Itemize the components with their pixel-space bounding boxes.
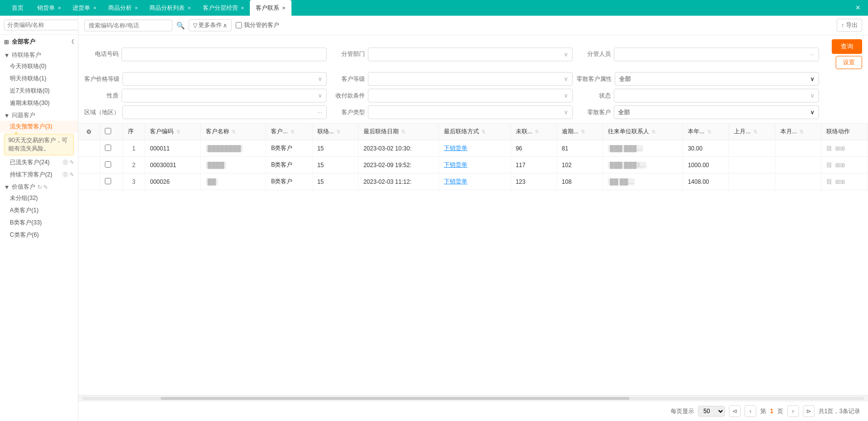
phone-input[interactable] (121, 48, 327, 61)
query-button[interactable]: 查询 (832, 39, 862, 54)
refresh-icon[interactable]: ↻ (37, 184, 42, 191)
last-page-button[interactable]: ⊳ (803, 405, 815, 417)
sidebar-item-tomorrow-contact[interactable]: 明天待联络(1) (0, 73, 78, 85)
prev-page-button[interactable]: ‹ (745, 405, 756, 417)
group-pending-contact[interactable]: ▼ 待联络客户 (0, 49, 78, 60)
action-grid-icon[interactable]: ⊞⊞ (835, 162, 845, 169)
sidebar-search-input[interactable] (4, 20, 78, 30)
nav-tab-analysis[interactable]: 商品分析 × (102, 0, 144, 16)
analysis-tab-close[interactable]: × (135, 5, 138, 11)
sales-tab-close[interactable]: × (58, 5, 61, 11)
contact2-column-header[interactable]: 往来单位联系人 ⇅ (603, 124, 683, 140)
price-level-select[interactable]: ∨ (122, 72, 327, 86)
customer-level-field: 客户等级 ∨ (331, 72, 573, 86)
edit-icon[interactable]: ✎ (43, 184, 48, 191)
ungrouped-label: 未分组(32) (10, 195, 38, 201)
this-year-column-header[interactable]: 本年... ⇅ (683, 124, 729, 140)
customer-contact-tab-close[interactable]: × (282, 5, 285, 11)
retail-customer-select[interactable]: 全部 ∨ (614, 105, 819, 119)
row-checkbox[interactable] (99, 140, 122, 157)
page-size-select[interactable]: 50 100 200 (698, 406, 725, 417)
last-method-column-header[interactable]: 最后联络方式 ⇅ (439, 124, 511, 140)
sidebar-item-today-contact[interactable]: 今天待联络(0) (0, 60, 78, 73)
sidebar-item-class-b[interactable]: B类客户(33) (0, 217, 78, 229)
sidebar-item-declining[interactable]: 持续下滑客户(2) ⓪ ✎ (0, 169, 78, 181)
row-contact2: ██ ██... (603, 173, 683, 190)
row-overdue: 81 (556, 140, 603, 157)
sidebar-item-overdue-contact[interactable]: 逾期未联络(30) (0, 97, 78, 109)
checkbox-column-header[interactable] (99, 124, 122, 140)
nav-tab-customer-contact[interactable]: 客户联系 × (250, 0, 291, 16)
row-last-method[interactable]: 下销货单 (439, 157, 511, 173)
my-customers-checkbox[interactable] (236, 22, 242, 28)
nav-tab-customer-layer[interactable]: 客户分层经营 × (197, 0, 250, 16)
settings-column-header[interactable]: ⚙ (78, 124, 99, 140)
next-page-button[interactable]: › (787, 405, 799, 417)
action-link-icon[interactable]: ⛓ (826, 162, 832, 169)
first-page-button[interactable]: ⊲ (729, 405, 741, 417)
declining-icons: ⓪ ✎ (63, 171, 74, 178)
region-label: 区域（地区） (84, 108, 120, 117)
action-grid-icon[interactable]: ⊞⊞ (835, 178, 845, 185)
analysis-list-tab-close[interactable]: × (188, 5, 191, 11)
action-link-icon[interactable]: ⛓ (826, 178, 832, 185)
manager-label: 分管人员 (577, 50, 611, 58)
select-all-checkbox[interactable] (105, 128, 111, 134)
action-link-icon[interactable]: ⛓ (826, 145, 832, 152)
sidebar-item-week-contact[interactable]: 近7天待联络(0) (0, 85, 78, 97)
search-input[interactable] (84, 20, 172, 31)
current-page: 1 (770, 408, 773, 415)
manager-select[interactable]: ··· (614, 48, 819, 61)
group-value-customers[interactable]: ▼ 价值客户 ↻ ✎ (0, 181, 78, 192)
nav-tab-home[interactable]: 首页 (4, 0, 31, 16)
action-grid-icon[interactable]: ⊞⊞ (835, 145, 845, 152)
status-label: 状态 (577, 92, 611, 100)
status-select[interactable]: ∨ (614, 89, 819, 102)
sidebar-item-class-c[interactable]: C类客户(6) (0, 229, 78, 241)
more-conditions-button[interactable]: ▽ 更多条件 ∧ (189, 19, 232, 31)
region-select[interactable]: ··· (122, 105, 327, 119)
nav-tab-sales[interactable]: 销货单 × (31, 0, 67, 16)
overdue-column-header[interactable]: 逾期... ⇅ (556, 124, 603, 140)
all-customers-label: 全部客户 (12, 38, 35, 46)
nav-tab-analysis-list[interactable]: 商品分析列表 × (144, 0, 196, 16)
home-tab-label: 首页 (12, 4, 24, 12)
scrollbar-thumb[interactable] (161, 397, 630, 400)
retail-attr-select[interactable]: 全部 ∨ (615, 72, 819, 86)
this-month-column-header[interactable]: 本月... ⇅ (775, 124, 821, 140)
sidebar-item-ungrouped[interactable]: 未分组(32) (0, 192, 78, 204)
last-month-column-header[interactable]: 上月... ⇅ (729, 124, 775, 140)
nav-tab-purchase[interactable]: 进货单 × (67, 0, 102, 16)
purchase-tab-close[interactable]: × (93, 5, 96, 11)
row-checkbox[interactable] (99, 173, 122, 190)
sidebar-item-churn-warning[interactable]: 流失预警客户(3) (0, 121, 78, 133)
type-column-header[interactable]: 客户... ⇅ (266, 124, 312, 140)
row-last-method[interactable]: 下销货单 (439, 173, 511, 190)
sidebar-item-class-a[interactable]: A类客户(1) (0, 204, 78, 217)
dept-select[interactable]: ∨ (368, 48, 573, 61)
dept-field: 分管部门 ∨ (331, 48, 573, 61)
group-problem-customers[interactable]: ▼ 问题客户 (0, 109, 78, 121)
nature-select[interactable]: ∨ (121, 89, 327, 102)
row-last-method[interactable]: 下销货单 (439, 140, 511, 157)
customer-type-select[interactable]: ∨ (368, 105, 573, 119)
code-column-header[interactable]: 客户编码 ⇅ (145, 124, 201, 140)
row-last-month (729, 157, 775, 173)
close-all-tabs-button[interactable]: × (852, 3, 864, 12)
search-button[interactable]: 🔍 (176, 22, 185, 29)
row-checkbox[interactable] (99, 157, 122, 173)
purchase-tab-label: 进货单 (72, 4, 90, 12)
export-button[interactable]: ↑ 导出 (837, 19, 862, 32)
customer-layer-tab-close[interactable]: × (241, 5, 244, 11)
sidebar-item-churned[interactable]: 已流失客户(24) ⓪ ✎ (0, 156, 78, 169)
name-column-header[interactable]: 客户名称 ⇅ (200, 124, 266, 140)
all-customers-header[interactable]: ⊞ 全部客户 《 (0, 35, 78, 49)
payment-select[interactable]: ∨ (368, 89, 573, 102)
customer-level-select[interactable]: ∨ (368, 72, 573, 86)
settings-button[interactable]: 设置 (836, 56, 862, 69)
contact-column-header[interactable]: 联络... ⇅ (312, 124, 358, 140)
last-date-column-header[interactable]: 最后联络日期 ⇅ (358, 124, 438, 140)
more-conditions-label: 更多条件 (198, 21, 222, 29)
horizontal-scrollbar[interactable] (82, 397, 864, 400)
uncontact-column-header[interactable]: 未联... ⇅ (510, 124, 556, 140)
